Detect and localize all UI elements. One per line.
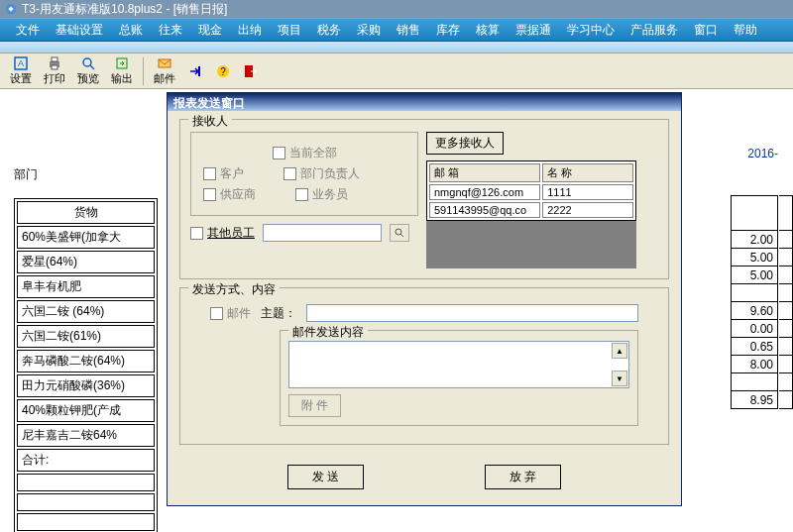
- cell[interactable]: 8.00: [731, 356, 778, 373]
- tool-unk2[interactable]: ?: [209, 61, 237, 81]
- recipient-group-title: 接收人: [188, 113, 232, 130]
- year-partial: 2016-: [747, 147, 778, 160]
- preview-icon: [80, 55, 96, 71]
- menu-cash[interactable]: 现金: [190, 18, 230, 43]
- tool-print[interactable]: 打印: [38, 53, 71, 88]
- menu-purchase[interactable]: 采购: [349, 18, 389, 43]
- recipient-table: 邮 箱 名 称 nmgnqf@126.com 1111 591143995@qq…: [426, 160, 636, 221]
- content-label: 邮件发送内容: [288, 324, 368, 341]
- goods-row[interactable]: 阜丰有机肥: [17, 275, 155, 298]
- chk-current-all[interactable]: 当前全部: [273, 145, 337, 161]
- content-group: 邮件发送内容 ▲ ▼ 附 件: [280, 330, 638, 426]
- scroll-up[interactable]: ▲: [612, 343, 627, 359]
- menu-cashier[interactable]: 出纳: [230, 18, 270, 43]
- menu-tax[interactable]: 税务: [309, 18, 349, 43]
- cell[interactable]: 5.00: [731, 249, 778, 266]
- dept-label: 部门: [14, 166, 38, 183]
- menu-ar[interactable]: 往来: [151, 18, 190, 43]
- goods-total[interactable]: 合计:: [17, 449, 155, 472]
- send-button[interactable]: 发 送: [287, 465, 364, 489]
- chk-salesperson[interactable]: 业务员: [295, 186, 348, 203]
- goods-row[interactable]: [17, 474, 155, 491]
- menu-stock[interactable]: 库存: [428, 18, 468, 43]
- goods-row[interactable]: 40%颗粒钾肥(产成: [17, 399, 155, 422]
- goods-row[interactable]: 六国二铵 (64%): [17, 300, 155, 323]
- svg-point-6: [83, 58, 91, 66]
- menu-project[interactable]: 项目: [270, 18, 309, 43]
- svg-line-15: [400, 234, 403, 237]
- tool-preview[interactable]: 预览: [71, 53, 105, 88]
- table-row[interactable]: 591143995@qq.co 2222: [429, 202, 633, 218]
- col-name: 名 称: [542, 163, 633, 182]
- chk-other-staff[interactable]: 其他员工: [190, 225, 255, 242]
- goods-row[interactable]: 60%美盛钾(加拿大: [17, 226, 155, 249]
- recipient-checks: 当前全部 客户 部门负责人 供应商 业务员: [190, 132, 418, 216]
- mail-icon: [157, 55, 172, 71]
- menu-product[interactable]: 产品服务: [623, 18, 686, 43]
- exit-icon: [243, 63, 259, 79]
- search-icon: [394, 227, 405, 239]
- goods-row[interactable]: 爱星(64%): [17, 251, 155, 273]
- more-recipients-button[interactable]: 更多接收人: [426, 132, 504, 155]
- menu-bill[interactable]: 票据通: [508, 18, 559, 43]
- goods-row[interactable]: 田力元硝酸磷(36%): [17, 374, 155, 397]
- menu-basic[interactable]: 基础设置: [48, 18, 111, 43]
- cell[interactable]: [731, 373, 778, 391]
- cell[interactable]: 0.00: [731, 320, 778, 338]
- subject-input[interactable]: [306, 304, 638, 322]
- app-icon: [4, 2, 18, 16]
- cell[interactable]: 2.00: [731, 231, 778, 249]
- menu-help[interactable]: 帮助: [726, 18, 765, 43]
- chk-customer[interactable]: 客户: [203, 165, 244, 182]
- other-staff-input[interactable]: [263, 224, 382, 242]
- goods-header: 货物: [17, 201, 155, 224]
- help-icon: ?: [215, 63, 231, 79]
- tool-unk3[interactable]: [237, 61, 265, 81]
- goods-row[interactable]: 尼丰嘉吉二铵64%: [17, 424, 155, 447]
- dialog-title: 报表发送窗口: [168, 93, 681, 111]
- svg-rect-10: [198, 66, 200, 76]
- cell[interactable]: 5.00: [731, 266, 778, 284]
- col-email: 邮 箱: [429, 163, 540, 182]
- right-short-column: [779, 195, 793, 409]
- menu-gl[interactable]: 总账: [111, 18, 151, 43]
- abandon-button[interactable]: 放 弃: [485, 465, 561, 489]
- table-row[interactable]: nmgnqf@126.com 1111: [429, 184, 633, 200]
- goods-row[interactable]: 六国二铵(61%): [17, 325, 155, 348]
- cell[interactable]: 9.60: [731, 302, 778, 320]
- arrow-icon: [187, 63, 203, 79]
- cell[interactable]: [731, 195, 778, 231]
- tool-setup[interactable]: A 设置: [4, 53, 38, 88]
- menu-file[interactable]: 文件: [8, 18, 48, 43]
- subject-label: 主题：: [261, 305, 296, 322]
- recipient-group: 接收人 当前全部 客户 部门负责人 供应商 业务员 其他员工: [179, 119, 669, 279]
- goods-row[interactable]: 奔马磷酸二铵(64%): [17, 350, 155, 372]
- cell[interactable]: [731, 284, 778, 302]
- chk-dept-head[interactable]: 部门负责人: [283, 165, 360, 182]
- content-textarea[interactable]: ▲ ▼: [288, 341, 629, 388]
- svg-rect-4: [52, 57, 57, 61]
- scroll-down[interactable]: ▼: [612, 371, 627, 386]
- setup-icon: A: [13, 55, 29, 71]
- goods-row[interactable]: [17, 513, 155, 531]
- attach-button[interactable]: 附 件: [288, 394, 341, 417]
- cell[interactable]: 8.95: [731, 391, 778, 409]
- menu-learn[interactable]: 学习中心: [559, 18, 623, 43]
- cell[interactable]: 0.65: [731, 338, 778, 356]
- tool-mail[interactable]: 邮件: [148, 53, 181, 88]
- goods-row[interactable]: [17, 493, 155, 511]
- chk-mail[interactable]: 邮件: [210, 305, 251, 322]
- svg-rect-5: [52, 65, 57, 69]
- menu-sales[interactable]: 销售: [389, 18, 428, 43]
- right-column: 2.00 5.00 5.00 9.60 0.00 0.65 8.00 8.95: [731, 195, 778, 409]
- send-dialog: 报表发送窗口 接收人 当前全部 客户 部门负责人 供应商 业务员 其他员工: [167, 92, 682, 506]
- tool-unk1[interactable]: [181, 61, 209, 81]
- goods-table: 货物 60%美盛钾(加拿大 爱星(64%) 阜丰有机肥 六国二铵 (64%) 六…: [14, 198, 158, 532]
- search-button[interactable]: [390, 224, 409, 242]
- menu-acct[interactable]: 核算: [468, 18, 508, 43]
- window-title: T3-用友通标准版10.8plus2 - [销售日报]: [22, 1, 227, 18]
- tool-output[interactable]: 输出: [105, 53, 139, 88]
- send-group-title: 发送方式、内容: [188, 281, 280, 298]
- menu-window[interactable]: 窗口: [686, 18, 726, 43]
- chk-supplier[interactable]: 供应商: [203, 186, 256, 203]
